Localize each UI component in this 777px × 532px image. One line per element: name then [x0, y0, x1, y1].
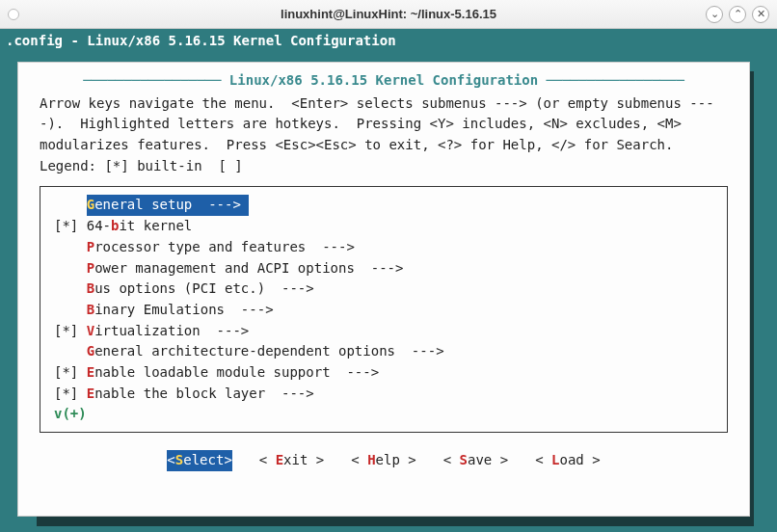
menu-item-text: it kernel — [119, 218, 192, 233]
menu-item-text: ower management and ACPI options ---> — [94, 260, 403, 276]
button-text: ave > — [468, 452, 508, 467]
menu-item[interactable]: Bus options (PCI etc.) ---> — [54, 279, 713, 300]
button-text: oad > — [559, 452, 600, 467]
button-hotkey: H — [367, 452, 375, 467]
menu-item[interactable]: General architecture-dependent options -… — [54, 341, 713, 362]
close-button[interactable]: ✕ — [752, 6, 769, 23]
menu-item-hotkey: G — [87, 343, 94, 359]
menu-item-hotkey: P — [87, 260, 94, 276]
menu-item-prefix — [54, 258, 87, 279]
menu-item-prefix: [*] — [54, 321, 87, 342]
menu-item-label: General setup ---> — [87, 195, 250, 216]
menu-item-label: Virtualization ---> — [87, 321, 250, 342]
button-open-bracket: < — [167, 452, 174, 467]
menu-item-label: Binary Emulations ---> — [87, 300, 274, 321]
menu-item-prefix — [54, 237, 87, 258]
dialog-button[interactable]: < Exit > — [259, 450, 324, 471]
menu-item-text: us options (PCI etc.) ---> — [94, 280, 314, 296]
dialog-title-text: Linux/x86 5.16.15 Kernel Configuration — [229, 72, 538, 88]
button-text: xit > — [283, 452, 324, 467]
menu-item-prefix: [*] — [54, 384, 87, 405]
menu-item-label: Enable the block layer ---> — [87, 384, 314, 405]
button-hotkey: S — [460, 452, 468, 467]
menu-item-prefix — [54, 195, 87, 216]
menu-item-label: Bus options (PCI etc.) ---> — [87, 279, 314, 300]
button-open-bracket: < — [351, 452, 367, 467]
menu-item[interactable]: [*] Virtualization ---> — [54, 321, 713, 342]
minimize-button[interactable]: ⌄ — [706, 6, 723, 23]
menu-item-pretext: 64- — [87, 218, 111, 233]
menu-item-text: nable the block layer ---> — [94, 386, 314, 401]
button-open-bracket: < — [443, 452, 460, 467]
menu-item[interactable]: Binary Emulations ---> — [54, 300, 713, 321]
menu-item[interactable]: [*] Enable loadable module support ---> — [54, 362, 713, 384]
menu-list: General setup --->[*] 64-bit kernel Proc… — [40, 186, 728, 433]
menu-item-prefix: [*] — [54, 216, 87, 237]
dialog-title: ───────────────── Linux/x86 5.16.15 Kern… — [40, 70, 728, 92]
titlebar: linuxhint@LinuxHint: ~/linux-5.16.15 ⌄ ⌃… — [0, 0, 777, 29]
menu-item-hotkey: G — [87, 197, 94, 212]
menu-item-prefix: [*] — [54, 362, 87, 384]
menu-item-label: Enable loadable module support ---> — [87, 362, 379, 384]
button-row: <Select>< Exit >< Help >< Save >< Load > — [40, 450, 728, 471]
dialog-button[interactable]: <Select> — [167, 450, 231, 471]
help-text: Arrow keys navigate the menu. <Enter> se… — [40, 93, 728, 177]
window-controls: ⌄ ⌃ ✕ — [706, 6, 769, 23]
menu-item-hotkey: E — [87, 386, 94, 401]
menu-item-prefix — [54, 300, 87, 321]
menu-item-text: eneral architecture-dependent options --… — [94, 343, 443, 359]
menu-item-hotkey: B — [87, 280, 94, 296]
menu-item-hotkey: V — [87, 323, 94, 338]
app-icon — [8, 9, 19, 20]
menu-item[interactable]: [*] Enable the block layer ---> — [54, 384, 713, 405]
dialog-button[interactable]: < Save > — [443, 450, 508, 471]
terminal-body: .config - Linux/x86 5.16.15 Kernel Confi… — [0, 29, 777, 532]
menu-item-label: Processor type and features ---> — [87, 237, 355, 258]
menu-item-hotkey: E — [87, 364, 94, 380]
menu-item[interactable]: General setup ---> — [54, 195, 713, 216]
title-dash-left: ───────────────── — [83, 72, 229, 88]
button-open-bracket: < — [535, 452, 551, 467]
menu-item-label: General architecture-dependent options -… — [87, 341, 444, 362]
button-text: elect> — [183, 452, 232, 467]
dialog-button[interactable]: < Load > — [535, 450, 600, 471]
menu-item-text: eneral setup ---> — [94, 197, 241, 212]
button-text: elp > — [376, 452, 416, 467]
title-dash-right: ───────────────── — [538, 72, 684, 88]
terminal-window: linuxhint@LinuxHint: ~/linux-5.16.15 ⌄ ⌃… — [0, 0, 777, 532]
menu-item[interactable]: [*] 64-bit kernel — [54, 216, 713, 237]
menuconfig-dialog: ───────────────── Linux/x86 5.16.15 Kern… — [17, 62, 750, 517]
menu-item[interactable]: Power management and ACPI options ---> — [54, 258, 713, 279]
menu-item-text: rocessor type and features ---> — [94, 239, 355, 254]
menu-item-text: nable loadable module support ---> — [94, 364, 379, 380]
menu-item-text: inary Emulations ---> — [94, 302, 273, 317]
menu-item-label: Power management and ACPI options ---> — [87, 258, 404, 279]
window-title: linuxhint@LinuxHint: ~/linux-5.16.15 — [0, 7, 777, 21]
menu-item-hotkey: P — [87, 239, 94, 254]
menu-item[interactable]: Processor type and features ---> — [54, 237, 713, 258]
menu-item-hotkey: B — [87, 302, 94, 317]
config-header: .config - Linux/x86 5.16.15 Kernel Confi… — [0, 31, 777, 52]
button-hotkey: E — [276, 452, 283, 467]
dialog-button[interactable]: < Help > — [351, 450, 415, 471]
menu-item-text: irtualization ---> — [94, 323, 249, 338]
menu-item-label: 64-bit kernel — [87, 216, 193, 237]
button-hotkey: S — [175, 452, 183, 467]
menu-item-prefix — [54, 279, 87, 300]
button-open-bracket: < — [259, 452, 276, 467]
maximize-button[interactable]: ⌃ — [729, 6, 746, 23]
more-indicator: v(+) — [54, 404, 713, 425]
menu-item-prefix — [54, 341, 87, 362]
